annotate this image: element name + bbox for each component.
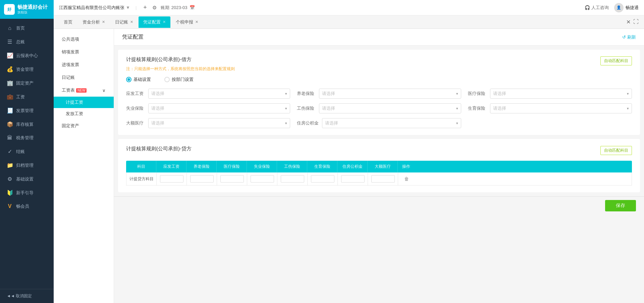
- select-yiliao[interactable]: 请选择 ▾: [490, 89, 632, 99]
- select-shengyu[interactable]: 请选择 ▾: [490, 103, 632, 113]
- radio-basic[interactable]: 基础设置: [126, 77, 151, 83]
- select-yanglao[interactable]: 请选择 ▾: [319, 89, 461, 99]
- save-button[interactable]: 保存: [605, 200, 636, 211]
- left-nav-diary[interactable]: 日记账: [54, 71, 114, 84]
- sidebar-item-archive[interactable]: 📁 归档管理: [0, 158, 54, 172]
- td-yingfa[interactable]: [157, 172, 187, 185]
- service-button[interactable]: 🎧 人工咨询: [585, 5, 609, 11]
- input-gjj[interactable]: [341, 175, 365, 183]
- sidebar-item-guide[interactable]: 🔰 新手引导: [0, 186, 54, 200]
- select-yingfa-placeholder: 请选择: [151, 91, 164, 97]
- sidebar-item-checkout[interactable]: ✓ 结账: [0, 145, 54, 158]
- company-selector[interactable]: 江西服宝精品有限责任公司内账张 ▼: [59, 5, 130, 11]
- td-gongshang[interactable]: [277, 172, 308, 185]
- td-shiye[interactable]: [247, 172, 277, 185]
- sidebar-item-funds[interactable]: 💰 资金管理: [0, 62, 54, 76]
- cancel-fixed-button[interactable]: ◄◄ 取消固定: [0, 289, 54, 303]
- label-gjj: 住房公积金: [297, 120, 319, 126]
- select-gongshang[interactable]: 请选择 ▾: [319, 103, 461, 113]
- tab-voucher-label: 凭证配置: [143, 19, 161, 25]
- left-nav-purchase[interactable]: 进项发票: [54, 58, 114, 71]
- sidebar-item-reports[interactable]: 📈 云报表中心: [0, 49, 54, 62]
- tab-journal-close[interactable]: ✕: [130, 20, 133, 24]
- sidebar-item-wages[interactable]: 💼 工资: [0, 90, 54, 104]
- radio-basic-label: 基础设置: [133, 77, 151, 83]
- tab-journal[interactable]: 日记账 ✕: [110, 16, 138, 28]
- left-nav-wagetable[interactable]: 工资表NEW ∨: [54, 84, 114, 97]
- td-shengyu[interactable]: [308, 172, 338, 185]
- user-button[interactable]: 👤 畅捷通: [614, 3, 639, 12]
- assets-icon: 🏢: [7, 80, 13, 86]
- input-shiye[interactable]: [251, 175, 274, 183]
- settings-button[interactable]: ⚙: [152, 5, 157, 11]
- left-nav-sales[interactable]: 销项发票: [54, 46, 114, 58]
- input-gongshang[interactable]: [281, 175, 304, 183]
- debit-form: 应发工资 请选择 ▾ 养老保险 请选择 ▾ 医疗: [126, 89, 632, 128]
- sidebar-label-tax: 税务管理: [16, 135, 34, 141]
- tab-voucher[interactable]: 凭证配置 ✕: [139, 16, 170, 28]
- select-shiye[interactable]: 请选择 ▾: [148, 103, 290, 113]
- left-nav-fafa[interactable]: 发放工资: [54, 108, 114, 119]
- left-nav-fixed-assets[interactable]: 固定资产: [54, 119, 114, 132]
- user-name: 畅捷通: [626, 5, 639, 11]
- form-item-yanglao: 养老保险 请选择 ▾: [297, 89, 461, 99]
- left-nav-jiti[interactable]: 计提工资: [54, 97, 114, 108]
- debit-section: 计提核算规则(公司承担)-借方 注：只能选择一种方式，系统将按照您当前的选择来配…: [118, 50, 640, 135]
- sidebar-item-tax[interactable]: 🏛 税务管理: [0, 131, 54, 145]
- credit-auto-match-button[interactable]: 自动匹配科目: [600, 146, 632, 155]
- refresh-button[interactable]: ↺ 刷新: [622, 34, 636, 40]
- select-gjj[interactable]: 请选择 ▾: [322, 118, 461, 128]
- reports-icon: 📈: [7, 52, 13, 59]
- guide-icon: 🔰: [7, 190, 13, 196]
- input-yanglao[interactable]: [190, 175, 214, 183]
- td-gjj[interactable]: [338, 172, 368, 185]
- td-yiliao[interactable]: [217, 172, 247, 185]
- add-tab-button[interactable]: +: [142, 4, 148, 11]
- left-nav-public[interactable]: 公共选项: [54, 33, 114, 46]
- td-delete[interactable]: 🗑: [398, 172, 415, 185]
- refresh-label: 刷新: [627, 34, 636, 40]
- label-dae: 大额医疗: [126, 120, 145, 126]
- logo-icon: 好: [4, 4, 15, 15]
- debit-auto-match-button[interactable]: 自动匹配科目: [600, 56, 632, 65]
- tab-fund-close[interactable]: ✕: [102, 20, 105, 24]
- tab-tax[interactable]: 个税申报 ✕: [171, 16, 203, 28]
- new-badge: NEW: [76, 88, 87, 93]
- maximize-icon[interactable]: ⛶: [633, 19, 639, 25]
- td-dae[interactable]: [368, 172, 398, 185]
- sidebar-label-archive: 归档管理: [16, 162, 34, 168]
- sidebar-item-vip[interactable]: V 畅会员: [0, 200, 54, 213]
- input-dae[interactable]: [371, 175, 395, 183]
- td-yanglao[interactable]: [187, 172, 217, 185]
- delete-icon[interactable]: 🗑: [404, 176, 409, 182]
- select-yingfa[interactable]: 请选择 ▾: [148, 89, 290, 99]
- wagetable-label: 工资表NEW: [62, 87, 87, 93]
- sidebar-item-settings[interactable]: ⚙ 基础设置: [0, 172, 54, 186]
- label-yiliao: 医疗保险: [468, 91, 487, 97]
- form-item-gjj: 住房公积金 请选择 ▾: [297, 118, 461, 128]
- sidebar-item-assets[interactable]: 🏢 固定资产: [0, 76, 54, 90]
- select-dae[interactable]: 请选择 ▾: [148, 118, 290, 128]
- sidebar-item-home[interactable]: ⌂ 首页: [0, 21, 54, 35]
- settings-icon: ⚙: [7, 176, 13, 182]
- tab-voucher-close[interactable]: ✕: [163, 20, 166, 24]
- topbar-right: 🎧 人工咨询 👤 畅捷通: [585, 3, 639, 12]
- tab-tax-close[interactable]: ✕: [195, 20, 198, 24]
- logo-subtitle: 旗舰版: [17, 10, 48, 15]
- tab-fund[interactable]: 资金分析 ✕: [78, 16, 110, 28]
- close-all-icon[interactable]: ✕: [626, 19, 631, 25]
- tab-home[interactable]: 首页: [59, 16, 77, 28]
- radio-dept[interactable]: 按部门设置: [164, 77, 194, 83]
- sidebar-item-invoice[interactable]: 🧾 发票管理: [0, 104, 54, 117]
- input-shengyu[interactable]: [311, 175, 334, 183]
- input-yiliao[interactable]: [220, 175, 244, 183]
- vip-icon: V: [7, 203, 13, 209]
- input-yingfa[interactable]: [160, 175, 183, 183]
- period-selector[interactable]: 账期 2023-03 📅: [161, 5, 195, 11]
- select-shiye-placeholder: 请选择: [151, 105, 164, 111]
- tab-home-label: 首页: [64, 19, 72, 25]
- label-yingfa: 应发工资: [126, 91, 145, 97]
- sidebar-item-inventory[interactable]: 📦 库存核算: [0, 117, 54, 131]
- select-gjj-placeholder: 请选择: [325, 120, 338, 126]
- sidebar-item-ledger[interactable]: ☰ 总账: [0, 35, 54, 49]
